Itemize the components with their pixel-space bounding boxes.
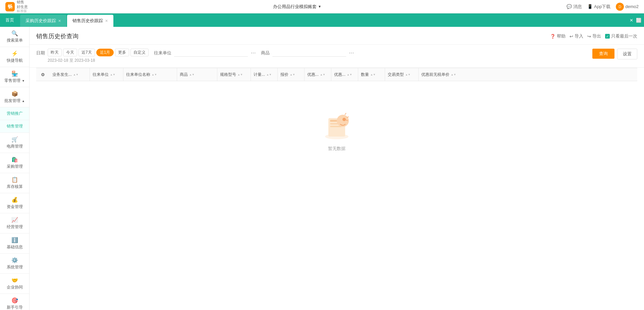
chevron-down-icon: ▼ (318, 5, 321, 8)
product-input-group: ··· (272, 49, 354, 57)
operations-icon: 📈 (11, 217, 18, 223)
sort-icon: ▲▼ (320, 73, 325, 76)
sidebar-item-basic-info[interactable]: ℹ️ 基础信息 (0, 234, 29, 254)
partner-dots[interactable]: ··· (251, 49, 256, 56)
partner-filter-group: 往来单位 ··· (154, 49, 256, 57)
sidebar-item-retail[interactable]: 🏪 零售管理 ▼ (0, 67, 29, 87)
logo-text: 销售 好生意 标准版 (17, 0, 28, 13)
sidebar-item-sales-mgmt[interactable]: 销售管理 (0, 120, 29, 133)
date-btn-7days[interactable]: 近7天 (78, 49, 95, 56)
tab-purchase-history[interactable]: 采购历史价跟踪 ✕ (20, 15, 66, 27)
date-buttons: 昨天 今天 近7天 近1月 更多 自定义 2023-02-18 至 2023-0… (48, 49, 149, 63)
sidebar-item-inventory[interactable]: 📋 库存核算 (0, 173, 29, 193)
table-settings-col[interactable]: ⚙ (36, 72, 50, 77)
date-btn-1month[interactable]: 近1月 (96, 49, 114, 56)
th-spec[interactable]: 规格型号 ▲▼ (217, 68, 251, 81)
product-dots[interactable]: ··· (349, 49, 354, 56)
logo-icon: 畅 (5, 2, 15, 11)
date-filter-group: 日期 昨天 今天 近7天 近1月 更多 自定义 2023-02-18 至 202… (36, 49, 149, 63)
download-icon: 📱 (587, 4, 593, 9)
top-bar-left: 畅 销售 好生意 标准版 (5, 0, 28, 13)
date-btn-yesterday[interactable]: 昨天 (48, 49, 62, 56)
page-header-actions: ❓ 帮助 ↩ 导入 ↪ 导出 ✓ 只看最后一次 (550, 33, 637, 39)
sort-icon: ▲▼ (370, 73, 376, 76)
empty-text: 暂无数据 (328, 146, 345, 152)
top-bar-right: 💬 消息 📱 App下载 D demo2 (567, 3, 639, 11)
import-button[interactable]: ↩ 导入 (570, 33, 583, 39)
settings-button[interactable]: 设置 (617, 49, 637, 59)
table-area: ⚙ 业务发生... ▲▼ 往来单位 ▲▼ 往来单位名称 ▲▼ (30, 68, 644, 178)
sort-icon: ▲▼ (237, 73, 243, 76)
help-icon: ❓ (550, 34, 555, 39)
filter-area: 日期 昨天 今天 近7天 近1月 更多 自定义 2023-02-18 至 202… (30, 45, 644, 68)
only-last-checkbox[interactable]: ✓ (605, 34, 610, 39)
sidebar-item-wholesale[interactable]: 📦 批发管理 ▲ (0, 87, 29, 107)
user-menu[interactable]: D demo2 (616, 3, 639, 11)
sidebar-item-ecommerce[interactable]: 🛒 电商管理 (0, 133, 29, 153)
empty-illustration (320, 108, 354, 142)
settings-icon[interactable]: ⚙ (41, 72, 45, 77)
th-biz-date[interactable]: 业务发生... ▲▼ (50, 68, 90, 81)
sidebar-item-operations[interactable]: 📈 经营管理 (0, 213, 29, 234)
sort-icon: ▲▼ (152, 73, 157, 76)
sort-icon: ▲▼ (189, 73, 195, 76)
retail-icon: 🏪 (11, 70, 18, 77)
logo-area: 畅 销售 好生意 标准版 (5, 0, 28, 13)
query-button[interactable]: 查询 (592, 49, 614, 59)
date-btn-custom[interactable]: 自定义 (130, 49, 149, 56)
sidebar: 🔍 搜索菜单 ⚡ 快捷导航 🏪 零售管理 ▼ 📦 批发管理 ▲ 营销推广 销售管… (0, 27, 30, 310)
th-partner-code[interactable]: 往来单位 ▲▼ (90, 68, 123, 81)
sidebar-item-purchase[interactable]: 🛍️ 采购管理 (0, 153, 29, 173)
system-icon: ⚙️ (11, 257, 18, 263)
message-icon: 💬 (567, 4, 572, 9)
content-area: 销售历史价查询 ❓ 帮助 ↩ 导入 ↪ 导出 ✓ (30, 27, 644, 310)
help-button[interactable]: ❓ 帮助 (550, 33, 566, 39)
th-trade-type[interactable]: 交易类型 ▲▼ (385, 68, 419, 81)
sidebar-item-marketing[interactable]: 营销推广 (0, 107, 29, 120)
date-btn-more[interactable]: 更多 (115, 49, 129, 56)
export-button[interactable]: ↪ 导出 (587, 33, 601, 39)
date-range: 2023-02-18 至 2023-03-18 (48, 58, 149, 63)
th-discount2[interactable]: 优惠... ▲▼ (331, 68, 358, 81)
sidebar-item-enterprise[interactable]: 🤝 企业协同 (0, 274, 29, 294)
date-btn-today[interactable]: 今天 (63, 49, 77, 56)
maximize-icon[interactable]: ⬜ (636, 18, 641, 23)
tab-home[interactable]: 首页 (0, 13, 19, 27)
th-quantity[interactable]: 数量 ▲▼ (358, 68, 385, 81)
avatar: D (616, 3, 624, 11)
sidebar-item-system[interactable]: ⚙️ 系统管理 (0, 254, 29, 274)
th-discount1[interactable]: 优惠... ▲▼ (305, 68, 331, 81)
guide-icon: 🎯 (11, 297, 18, 304)
th-partner-name[interactable]: 往来单位名称 ▲▼ (123, 68, 177, 81)
empty-state: 暂无数据 (36, 81, 637, 178)
message-button[interactable]: 💬 消息 (567, 4, 582, 10)
sort-icon: ▲▼ (451, 73, 456, 76)
th-pretax-price[interactable]: 优惠前无税单价 ▲▼ (419, 68, 637, 81)
tab-purchase-history-close[interactable]: ✕ (58, 19, 61, 23)
sort-icon: ▲▼ (73, 73, 78, 76)
th-product[interactable]: 商品 ▲▼ (177, 68, 217, 81)
import-icon: ↩ (570, 34, 573, 39)
tab-sales-history-close[interactable]: ✕ (105, 19, 108, 23)
sidebar-item-finance[interactable]: 💰 资金管理 (0, 193, 29, 213)
basicinfo-icon: ℹ️ (11, 237, 18, 243)
enterprise-icon: 🤝 (11, 277, 18, 283)
svg-line-7 (345, 113, 346, 115)
close-tab-icon[interactable]: ✕ (630, 18, 633, 23)
sort-icon: ▲▼ (110, 73, 115, 76)
only-last-checkbox-label[interactable]: ✓ 只看最后一次 (605, 33, 637, 39)
tab-sales-history[interactable]: 销售历史价跟踪 ✕ (67, 15, 113, 27)
app-download-button[interactable]: 📱 App下载 (587, 4, 610, 10)
sort-icon: ▲▼ (405, 73, 411, 76)
sidebar-item-quick-nav[interactable]: ⚡ 快捷导航 (0, 47, 29, 67)
partner-input[interactable] (174, 49, 248, 57)
product-input[interactable] (272, 49, 346, 57)
th-quote[interactable]: 报价 ▲▼ (278, 68, 305, 81)
sidebar-item-search[interactable]: 🔍 搜索菜单 (0, 27, 29, 47)
table-header: ⚙ 业务发生... ▲▼ 往来单位 ▲▼ 往来单位名称 ▲▼ (36, 68, 637, 81)
partner-label: 往来单位 (154, 49, 171, 56)
sidebar-item-guide[interactable]: 🎯 新手引导 (0, 294, 29, 310)
app-selector[interactable]: 办公用品行业模拟账套 ▼ (273, 4, 321, 10)
th-unit[interactable]: 计量... ▲▼ (251, 68, 278, 81)
svg-point-6 (342, 118, 346, 121)
